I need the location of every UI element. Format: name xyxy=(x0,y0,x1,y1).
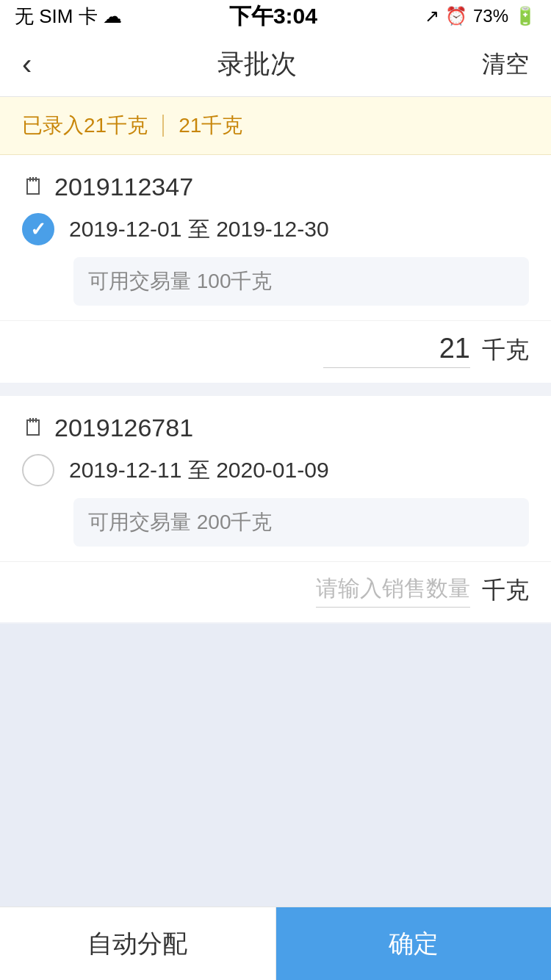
batch-document-icon-2: 🗒 xyxy=(22,414,46,442)
batch-date-row-1[interactable]: 2019-12-01 至 2019-12-30 xyxy=(0,210,551,257)
status-left: 无 SIM 卡 ☁ xyxy=(15,4,122,29)
page-title: 录批次 xyxy=(217,46,297,82)
empty-area xyxy=(0,624,551,918)
battery-icon: 🔋 xyxy=(514,6,536,26)
qty-row-1: 21 千克 xyxy=(0,320,551,383)
batch-date-2: 2019-12-11 至 2020-01-09 xyxy=(69,455,329,486)
confirm-button[interactable]: 确定 xyxy=(276,907,552,980)
battery-text: 73% xyxy=(473,6,508,26)
alarm-icon: ⏰ xyxy=(445,6,467,26)
available-qty-1: 可用交易量 100千克 xyxy=(73,257,529,306)
auto-distribute-button[interactable]: 自动分配 xyxy=(0,907,276,980)
available-qty-2: 可用交易量 200千克 xyxy=(73,498,529,547)
batch-date-1: 2019-12-01 至 2019-12-30 xyxy=(69,215,329,245)
batch-document-icon-1: 🗒 xyxy=(22,173,46,201)
batch-id-2: 2019126781 xyxy=(54,414,193,442)
summary-banner: 已录入21千克 21千克 xyxy=(0,97,551,155)
qty-underline-2[interactable]: 请输入销售数量 xyxy=(316,574,470,608)
qty-unit-1: 千克 xyxy=(482,334,529,367)
qty-value-1: 21 xyxy=(439,333,470,364)
batch-header-1: 🗒 2019112347 xyxy=(0,155,551,210)
nav-bar: ‹ 录批次 清空 xyxy=(0,32,551,97)
batch-card-2: 🗒 2019126781 2019-12-11 至 2020-01-09 可用交… xyxy=(0,396,551,622)
location-icon: ↗ xyxy=(425,6,439,26)
no-sim-text: 无 SIM 卡 ☁ xyxy=(15,4,122,29)
section-divider xyxy=(0,384,551,396)
qty-underline-1: 21 xyxy=(323,333,470,368)
batch-date-row-2[interactable]: 2019-12-11 至 2020-01-09 xyxy=(0,451,551,498)
qty-row-2: 请输入销售数量 千克 xyxy=(0,561,551,622)
radio-button-1[interactable] xyxy=(22,213,54,245)
recorded-amount: 已录入21千克 xyxy=(22,112,148,140)
batch-id-1: 2019112347 xyxy=(54,173,193,201)
radio-button-2[interactable] xyxy=(22,454,54,486)
batch-card-1: 🗒 2019112347 2019-12-01 至 2019-12-30 可用交… xyxy=(0,155,551,383)
status-bar: 无 SIM 卡 ☁ 下午3:04 ↗ ⏰ 73% 🔋 xyxy=(0,0,551,32)
back-button[interactable]: ‹ xyxy=(22,48,32,81)
clear-button[interactable]: 清空 xyxy=(482,48,529,81)
status-right: ↗ ⏰ 73% 🔋 xyxy=(425,6,536,26)
summary-divider xyxy=(162,115,164,137)
qty-placeholder-2: 请输入销售数量 xyxy=(316,574,470,604)
qty-unit-2: 千克 xyxy=(482,574,529,607)
status-time: 下午3:04 xyxy=(229,1,317,32)
batch-header-2: 🗒 2019126781 xyxy=(0,396,551,451)
footer: 自动分配 确定 xyxy=(0,907,551,980)
total-amount: 21千克 xyxy=(179,112,242,140)
